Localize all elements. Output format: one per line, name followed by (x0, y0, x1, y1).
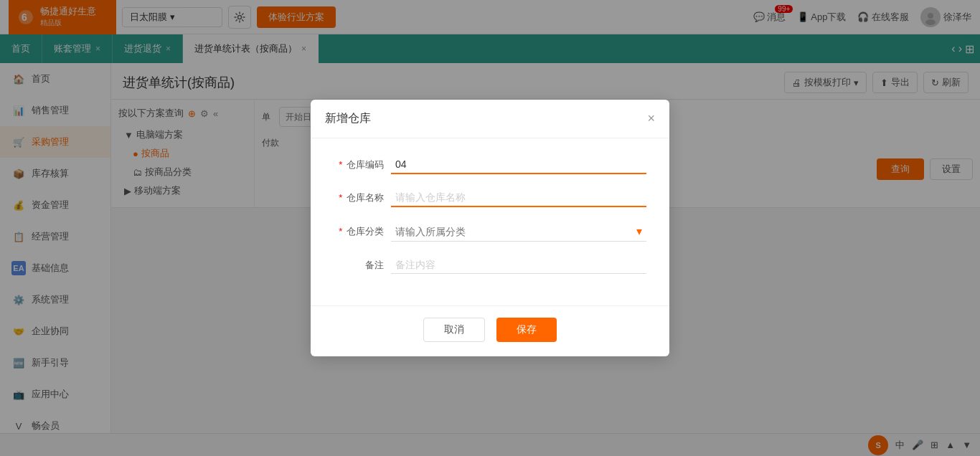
dialog-footer: 取消 保存 (311, 305, 669, 356)
form-row-code: * 仓库编码 (334, 156, 646, 174)
name-label: * 仓库名称 (334, 191, 391, 204)
save-button[interactable]: 保存 (496, 318, 557, 342)
dialog-title: 新增仓库 (325, 111, 371, 126)
code-label: * 仓库编码 (334, 158, 391, 171)
note-label: 备注 (334, 259, 391, 272)
dialog-header: 新增仓库 × (311, 100, 669, 138)
form-row-note: 备注 (334, 256, 646, 274)
name-label-text: 仓库名称 (347, 192, 384, 203)
category-label-text: 仓库分类 (347, 226, 384, 237)
category-label: * 仓库分类 (334, 225, 391, 238)
dialog-close-button[interactable]: × (647, 111, 655, 126)
dialog-body: * 仓库编码 * 仓库名称 * 仓库分类 (311, 138, 669, 305)
note-input[interactable] (391, 256, 646, 274)
name-input[interactable] (391, 189, 646, 207)
form-row-category: * 仓库分类 ▾ (334, 222, 646, 242)
name-required-star: * (339, 192, 342, 203)
cancel-button[interactable]: 取消 (423, 318, 485, 342)
new-warehouse-dialog: 新增仓库 × * 仓库编码 * 仓库名称 (311, 100, 669, 356)
code-input[interactable] (391, 156, 646, 174)
code-required-star: * (339, 159, 342, 170)
code-label-text: 仓库编码 (347, 159, 384, 170)
category-select-wrap[interactable]: ▾ (391, 222, 646, 242)
dialog-overlay: 新增仓库 × * 仓库编码 * 仓库名称 (0, 0, 980, 456)
category-required-star: * (339, 226, 342, 237)
category-arrow-icon: ▾ (636, 224, 642, 238)
form-row-name: * 仓库名称 (334, 189, 646, 207)
note-label-text: 备注 (365, 260, 384, 270)
category-input[interactable] (395, 226, 636, 237)
